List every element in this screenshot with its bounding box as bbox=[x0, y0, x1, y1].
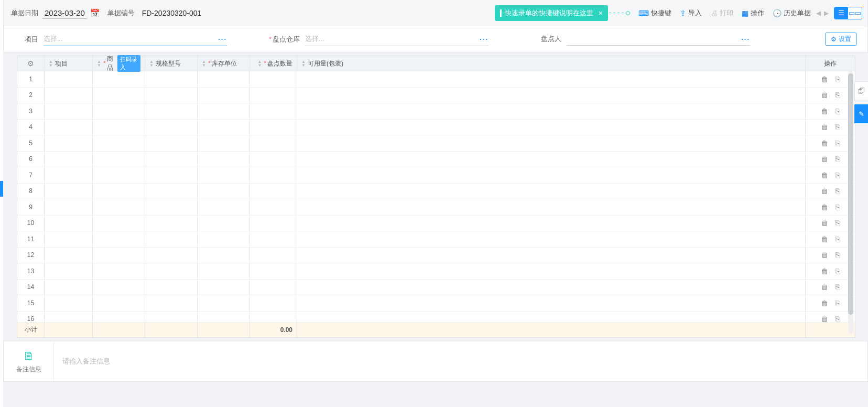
delete-icon[interactable]: 🗑 bbox=[821, 155, 828, 163]
th-unit[interactable]: ▲▼*库存单位 bbox=[198, 56, 250, 71]
cell-spec[interactable] bbox=[145, 231, 198, 247]
add-row-icon[interactable]: ⎘ bbox=[836, 315, 840, 322]
cell-qty[interactable] bbox=[250, 216, 297, 231]
cell-qty[interactable] bbox=[250, 71, 297, 87]
cell-qty[interactable] bbox=[250, 280, 297, 295]
cell-avail[interactable] bbox=[297, 71, 806, 87]
add-row-icon[interactable]: ⎘ bbox=[836, 155, 840, 163]
cell-project[interactable] bbox=[45, 88, 93, 103]
cell-avail[interactable] bbox=[297, 263, 806, 279]
cell-product[interactable] bbox=[93, 135, 145, 151]
cell-avail[interactable] bbox=[297, 152, 806, 167]
cell-spec[interactable] bbox=[145, 120, 198, 135]
cell-product[interactable] bbox=[93, 103, 145, 119]
cell-product[interactable] bbox=[93, 184, 145, 199]
table-row[interactable]: 9🗑⎘ bbox=[17, 199, 855, 216]
cell-unit[interactable] bbox=[198, 167, 250, 183]
table-row[interactable]: 4🗑⎘ bbox=[17, 120, 855, 136]
cell-avail[interactable] bbox=[297, 312, 806, 322]
delete-icon[interactable]: 🗑 bbox=[821, 91, 828, 99]
th-project[interactable]: ▲▼项目 bbox=[45, 56, 93, 71]
cell-product[interactable] bbox=[93, 199, 145, 215]
table-row[interactable]: 10🗑⎘ bbox=[17, 216, 855, 232]
table-row[interactable]: 7🗑⎘ bbox=[17, 167, 855, 184]
delete-icon[interactable]: 🗑 bbox=[821, 299, 828, 307]
add-row-icon[interactable]: ⎘ bbox=[836, 283, 840, 291]
import-button[interactable]: ⇪ 导入 bbox=[680, 8, 702, 18]
cell-unit[interactable] bbox=[198, 216, 250, 231]
cell-product[interactable] bbox=[93, 216, 145, 231]
cell-qty[interactable] bbox=[250, 231, 297, 247]
cell-qty[interactable] bbox=[250, 184, 297, 199]
table-row[interactable]: 1🗑⎘ bbox=[17, 71, 855, 88]
cell-unit[interactable] bbox=[198, 263, 250, 279]
cell-avail[interactable] bbox=[297, 231, 806, 247]
doc-date-value[interactable]: 2023-03-20 bbox=[42, 7, 87, 19]
cell-product[interactable] bbox=[93, 167, 145, 183]
delete-icon[interactable]: 🗑 bbox=[821, 107, 828, 115]
cell-qty[interactable] bbox=[250, 199, 297, 215]
more-icon[interactable]: ··· bbox=[741, 35, 750, 43]
table-row[interactable]: 8🗑⎘ bbox=[17, 184, 855, 200]
cell-unit[interactable] bbox=[198, 280, 250, 295]
table-row[interactable]: 2🗑⎘ bbox=[17, 88, 855, 104]
gear-icon[interactable]: ⚙ bbox=[27, 59, 34, 68]
scrollbar[interactable] bbox=[848, 71, 853, 334]
th-product[interactable]: ▲▼*商品扫码录入 bbox=[93, 56, 145, 71]
delete-icon[interactable]: 🗑 bbox=[821, 75, 828, 83]
cell-spec[interactable] bbox=[145, 152, 198, 167]
close-icon[interactable]: × bbox=[599, 9, 603, 17]
cell-unit[interactable] bbox=[198, 120, 250, 135]
delete-icon[interactable]: 🗑 bbox=[821, 187, 828, 195]
table-row[interactable]: 13🗑⎘ bbox=[17, 263, 855, 280]
cell-spec[interactable] bbox=[145, 248, 198, 263]
cell-qty[interactable] bbox=[250, 248, 297, 263]
cell-project[interactable] bbox=[45, 312, 93, 322]
cell-spec[interactable] bbox=[145, 71, 198, 87]
cell-project[interactable] bbox=[45, 280, 93, 295]
cell-project[interactable] bbox=[45, 120, 93, 135]
cell-product[interactable] bbox=[93, 71, 145, 87]
shortcut-button[interactable]: ⌨ 快捷键 bbox=[638, 8, 671, 18]
cell-spec[interactable] bbox=[145, 184, 198, 199]
next-icon[interactable]: ▶ bbox=[824, 9, 829, 17]
calendar-icon[interactable]: 📅 bbox=[90, 8, 100, 18]
cell-qty[interactable] bbox=[250, 152, 297, 167]
float-edit-button[interactable]: ✎ bbox=[854, 104, 868, 123]
cell-unit[interactable] bbox=[198, 88, 250, 103]
cell-unit[interactable] bbox=[198, 135, 250, 151]
cell-unit[interactable] bbox=[198, 152, 250, 167]
cell-product[interactable] bbox=[93, 312, 145, 322]
cell-avail[interactable] bbox=[297, 216, 806, 231]
cell-product[interactable] bbox=[93, 120, 145, 135]
cell-product[interactable] bbox=[93, 88, 145, 103]
cell-product[interactable] bbox=[93, 295, 145, 311]
more-icon[interactable]: ··· bbox=[480, 35, 489, 43]
card-view-button[interactable]: ▭▭ bbox=[848, 7, 862, 19]
table-row[interactable]: 3🗑⎘ bbox=[17, 103, 855, 120]
cell-spec[interactable] bbox=[145, 280, 198, 295]
cell-spec[interactable] bbox=[145, 312, 198, 322]
cell-avail[interactable] bbox=[297, 103, 806, 119]
project-select[interactable]: 选择... ··· bbox=[44, 32, 227, 46]
cell-project[interactable] bbox=[45, 295, 93, 311]
cell-project[interactable] bbox=[45, 199, 93, 215]
add-row-icon[interactable]: ⎘ bbox=[836, 91, 840, 99]
table-row[interactable]: 11🗑⎘ bbox=[17, 231, 855, 248]
delete-icon[interactable]: 🗑 bbox=[821, 139, 828, 147]
table-row[interactable]: 14🗑⎘ bbox=[17, 280, 855, 296]
cell-unit[interactable] bbox=[198, 71, 250, 87]
cell-qty[interactable] bbox=[250, 312, 297, 322]
more-icon[interactable]: ··· bbox=[218, 35, 227, 43]
cell-avail[interactable] bbox=[297, 199, 806, 215]
cell-avail[interactable] bbox=[297, 167, 806, 183]
add-row-icon[interactable]: ⎘ bbox=[836, 75, 840, 83]
cell-qty[interactable] bbox=[250, 263, 297, 279]
cell-spec[interactable] bbox=[145, 88, 198, 103]
cell-product[interactable] bbox=[93, 280, 145, 295]
delete-icon[interactable]: 🗑 bbox=[821, 219, 828, 227]
add-row-icon[interactable]: ⎘ bbox=[836, 219, 840, 227]
delete-icon[interactable]: 🗑 bbox=[821, 235, 828, 243]
history-button[interactable]: 🕓 历史单据 bbox=[773, 8, 811, 18]
cell-project[interactable] bbox=[45, 263, 93, 279]
